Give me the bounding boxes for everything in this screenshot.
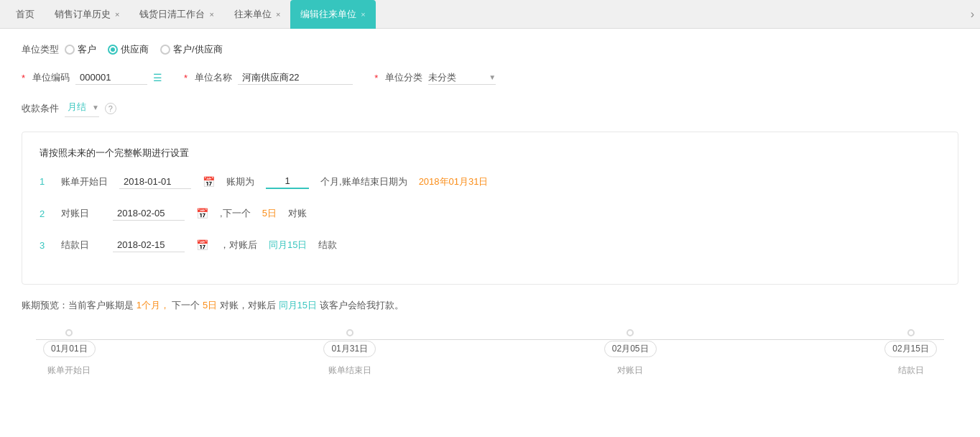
row-3-desc-prefix: ，对账后 <box>220 239 257 252</box>
radio-customer-supplier-label: 客户/供应商 <box>173 43 223 56</box>
radio-customer-label: 客户 <box>78 43 96 56</box>
payment-terms-arrow: ▼ <box>92 104 99 111</box>
radio-supplier-label: 供应商 <box>121 43 149 56</box>
tab-cash-daily-close[interactable]: × <box>209 10 213 19</box>
tab-partner-label: 往来单位 <box>234 8 272 21</box>
row-2-num: 2 <box>40 208 50 219</box>
timeline-item-2: 02月05日 对账日 <box>604 329 657 377</box>
timeline-sub-2: 对账日 <box>617 364 643 377</box>
tab-cash-daily-label: 钱货日清工作台 <box>139 8 205 21</box>
period-months-input[interactable] <box>266 174 309 189</box>
preview-prefix: 账期预览：当前客户账期是 <box>22 300 134 310</box>
row-3-num: 3 <box>40 240 50 251</box>
code-name-row: * 单位编码 ☰ * 单位名称 * 单位分类 未分类 ▼ <box>22 70 958 85</box>
row-3-highlight: 同月15日 <box>269 239 307 252</box>
unit-category-field: * 单位分类 未分类 ▼ <box>374 71 496 85</box>
radio-customer-circle <box>65 45 75 55</box>
tab-cash-daily[interactable]: 钱货日清工作台 × <box>129 0 223 29</box>
preview-section: 账期预览：当前客户账期是 1个月， 下一个 5日 对账，对账后 同月15日 该客… <box>22 299 958 312</box>
unit-name-star: * <box>184 73 188 83</box>
unit-type-row: 单位类型 客户 供应商 客户/供应商 <box>22 43 958 56</box>
timeline-sub-1: 账单结束日 <box>328 364 371 377</box>
tab-edit-partner[interactable]: 编辑往来单位 × <box>290 0 375 29</box>
timeline-badge-0: 01月01日 <box>43 341 96 357</box>
row-2-highlight: 5日 <box>262 207 277 220</box>
main-content: 单位类型 客户 供应商 客户/供应商 * 单位编码 <box>0 29 980 437</box>
payment-terms-field: 收款条件 月结 ▼ ? <box>22 99 116 117</box>
settlement-section: 请按照未来的一个完整帐期进行设置 1 账单开始日 📅 账期为 个月,账单结束日期… <box>22 132 958 285</box>
timeline-item-1: 01月31日 账单结束日 <box>323 329 376 377</box>
payment-terms-label: 收款条件 <box>22 102 59 115</box>
section-title: 请按照未来的一个完整帐期进行设置 <box>40 147 940 160</box>
unit-code-field: * 单位编码 ☰ <box>22 70 162 85</box>
unit-category-value: 未分类 <box>428 71 486 84</box>
settlement-row-3: 3 结款日 📅 ，对账后 同月15日 结款 <box>40 238 940 252</box>
tab-edit-partner-close[interactable]: × <box>361 10 365 19</box>
timeline-dot-1 <box>346 329 353 336</box>
tab-partner[interactable]: 往来单位 × <box>224 0 290 29</box>
timeline-items: 01月01日 账单开始日 01月31日 账单结束日 02月05日 对账日 02月… <box>43 329 937 377</box>
timeline-sub-3: 结款日 <box>898 364 924 377</box>
timeline-container: 01月01日 账单开始日 01月31日 账单结束日 02月05日 对账日 02月… <box>22 329 958 377</box>
radio-customer[interactable]: 客户 <box>65 43 96 56</box>
tab-home[interactable]: 首页 <box>6 0 45 29</box>
timeline-dot-2 <box>627 329 634 336</box>
timeline-dot-0 <box>65 329 73 336</box>
timeline-badge-1: 01月31日 <box>323 341 376 357</box>
preview-text1: 下一个 <box>172 300 200 310</box>
unit-type-label: 单位类型 <box>22 43 59 56</box>
row-1-end-date: 2018年01月31日 <box>419 175 489 188</box>
tabs-scroll-arrow[interactable]: › <box>971 8 974 21</box>
tab-sales-history[interactable]: 销售订单历史 × <box>45 0 129 29</box>
unit-code-icon[interactable]: ☰ <box>153 72 162 83</box>
row-3-date-input[interactable] <box>113 238 185 252</box>
timeline-item-0: 01月01日 账单开始日 <box>43 329 96 377</box>
row-1-num: 1 <box>40 176 50 187</box>
row-2-calendar-icon[interactable]: 📅 <box>196 208 208 219</box>
unit-name-input[interactable] <box>238 70 353 85</box>
timeline-item-3: 02月15日 结款日 <box>884 329 937 377</box>
row-3-desc-suffix: 结款 <box>318 239 337 252</box>
row-1-desc-before: 账期为 <box>226 175 254 188</box>
unit-category-arrow: ▼ <box>489 73 496 81</box>
unit-type-radio-group: 客户 供应商 客户/供应商 <box>65 43 223 56</box>
row-2-label: 对账日 <box>61 207 101 220</box>
row-1-desc-after: 个月,账单结束日期为 <box>320 175 407 188</box>
timeline-dot-3 <box>907 329 915 336</box>
timeline-sub-0: 账单开始日 <box>47 364 91 377</box>
tab-sales-history-close[interactable]: × <box>115 10 119 19</box>
tab-partner-close[interactable]: × <box>276 10 280 19</box>
row-1-label: 账单开始日 <box>61 175 108 188</box>
tab-sales-history-label: 销售订单历史 <box>55 8 111 21</box>
preview-highlight2: 5日 <box>203 300 217 310</box>
unit-code-label: 单位编码 <box>32 71 70 84</box>
timeline-badge-2: 02月05日 <box>604 341 657 357</box>
settlement-row-1: 1 账单开始日 📅 账期为 个月,账单结束日期为 2018年01月31日 <box>40 174 940 189</box>
preview-highlight1: 1个月， <box>137 300 170 310</box>
unit-name-field: * 单位名称 <box>184 70 353 85</box>
unit-name-label: 单位名称 <box>195 71 232 84</box>
radio-customer-supplier-circle <box>160 45 170 55</box>
unit-category-label: 单位分类 <box>385 71 422 84</box>
tab-edit-partner-label: 编辑往来单位 <box>300 8 356 21</box>
row-3-calendar-icon[interactable]: 📅 <box>196 239 208 251</box>
unit-type-field: 单位类型 客户 供应商 客户/供应商 <box>22 43 223 56</box>
row-2-desc-prefix: ,下一个 <box>220 207 251 220</box>
payment-terms-value: 月结 <box>65 99 89 115</box>
unit-code-input[interactable] <box>75 70 147 85</box>
payment-terms-row: 收款条件 月结 ▼ ? <box>22 99 958 117</box>
row-2-date-input[interactable] <box>113 206 185 221</box>
radio-supplier[interactable]: 供应商 <box>108 43 149 56</box>
preview-highlight3: 同月15日 <box>279 300 317 310</box>
radio-supplier-circle <box>108 45 118 55</box>
preview-suffix: 该客户会给我打款。 <box>320 300 404 310</box>
row-1-calendar-icon[interactable]: 📅 <box>203 176 215 188</box>
help-icon[interactable]: ? <box>105 103 116 114</box>
unit-category-dropdown[interactable]: 未分类 ▼ <box>428 71 496 85</box>
row-1-date-input[interactable] <box>119 175 191 189</box>
tab-home-label: 首页 <box>16 8 34 21</box>
unit-category-star: * <box>374 73 378 83</box>
radio-customer-supplier[interactable]: 客户/供应商 <box>160 43 223 56</box>
row-2-desc-suffix: 对账 <box>288 207 307 220</box>
payment-terms-dropdown[interactable]: 月结 ▼ <box>65 99 99 117</box>
